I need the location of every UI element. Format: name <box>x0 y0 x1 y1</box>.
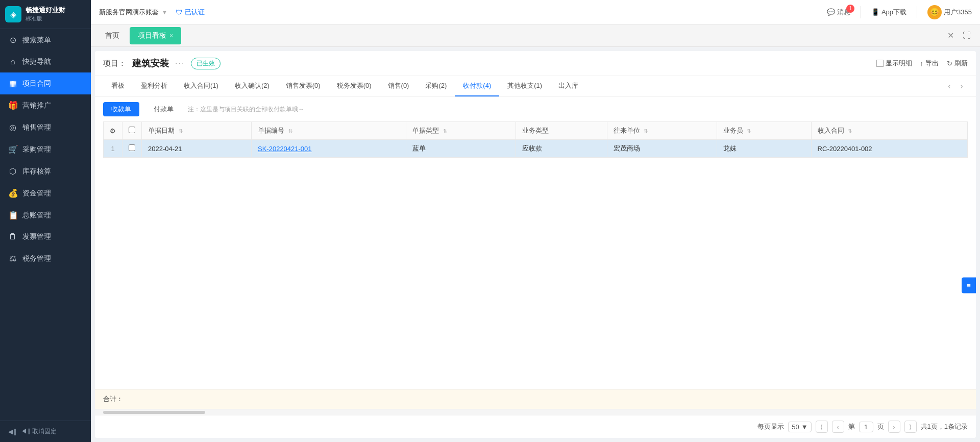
col-income-contract[interactable]: 收入合同 ⇅ <box>811 122 967 140</box>
sidebar-item-label: 采购管理 <box>22 145 51 154</box>
row-partner: 宏茂商场 <box>607 140 717 158</box>
sub-tab-income-contract[interactable]: 收入合同(1) <box>176 76 227 96</box>
sidebar-item-marketing[interactable]: 🎁 营销推广 <box>0 94 91 116</box>
workspace-selector[interactable]: 新服务官网演示账套 ▼ <box>99 8 167 17</box>
show-detail-checkbox[interactable]: 显示明细 <box>876 59 912 68</box>
sidebar-item-inventory[interactable]: ⬡ 库存核算 <box>0 160 91 182</box>
workspace-chevron-icon: ▼ <box>162 9 167 15</box>
project-more-button[interactable]: ··· <box>175 59 185 68</box>
sidebar: ◈ 畅捷通好业财 标准版 ⊙ 搜索菜单 ⌂ 快捷导航 ▦ 项目合同 🎁 营销推广… <box>0 0 91 442</box>
tab-project-board-label: 项目看板 <box>138 31 166 40</box>
maximize-window-button[interactable]: ⛶ <box>960 29 974 43</box>
per-page-value: 50 <box>792 423 799 431</box>
col-biz-type: 业务类型 <box>516 122 607 140</box>
sort-icon2: ⇅ <box>288 128 292 134</box>
sub-tab-profit[interactable]: 盈利分析 <box>133 76 176 96</box>
col-salesperson-label: 业务员 <box>723 127 743 134</box>
col-income-contract-label: 收入合同 <box>818 127 844 134</box>
sidebar-item-quick-nav[interactable]: ⌂ 快捷导航 <box>0 51 91 72</box>
content-area: 项目： 建筑安装 ··· 已生效 显示明细 ↑ 导出 ↻ 刷新 <box>95 51 976 438</box>
col-number[interactable]: 单据编号 ⇅ <box>252 122 406 140</box>
app-name: 畅捷通好业财 <box>26 6 65 15</box>
sub-tab-receipt-payment[interactable]: 收付款(4) <box>455 76 499 96</box>
phone-icon: 📱 <box>871 8 879 16</box>
summary-label: 合计： <box>103 395 123 404</box>
unpin-button[interactable]: ◀‖ ◀‖ 取消固定 <box>0 421 91 442</box>
receipt-tabs: 收款单 付款单 注：这里是与项目关联的全部收付款单哦～ <box>95 97 976 121</box>
tab-close-icon[interactable]: × <box>169 32 173 39</box>
float-panel-button[interactable]: ≡ <box>962 278 976 293</box>
sidebar-item-label: 快捷导航 <box>22 57 51 66</box>
row-checkbox[interactable] <box>129 144 135 151</box>
col-salesperson[interactable]: 业务员 ⇅ <box>717 122 811 140</box>
sidebar-item-project-contract[interactable]: ▦ 项目合同 <box>0 72 91 94</box>
sub-tabs-prev-button[interactable]: ‹ <box>943 80 955 92</box>
refresh-button[interactable]: ↻ 刷新 <box>947 59 968 68</box>
last-page-button[interactable]: ⟩ <box>904 421 917 433</box>
invoice-icon: 🗒 <box>8 232 17 241</box>
sidebar-item-label: 发票管理 <box>22 232 51 241</box>
tab-home[interactable]: 首页 <box>97 27 128 44</box>
app-info: 畅捷通好业财 标准版 <box>26 6 65 22</box>
next-page-button[interactable]: › <box>888 421 900 433</box>
col-type[interactable]: 单据类型 ⇅ <box>406 122 516 140</box>
sidebar-item-ledger-mgmt[interactable]: 📋 总账管理 <box>0 204 91 226</box>
select-all-checkbox[interactable] <box>129 127 135 133</box>
sidebar-item-invoice-mgmt[interactable]: 🗒 发票管理 <box>0 226 91 248</box>
receipt-note: 注：这里是与项目关联的全部收付款单哦～ <box>188 105 304 114</box>
message-icon: 💬 <box>827 8 835 16</box>
row-number-link[interactable]: SK-20220421-001 <box>258 145 312 153</box>
shield-icon: 🛡 <box>176 8 183 16</box>
sidebar-item-purchase-mgmt[interactable]: 🛒 采购管理 <box>0 138 91 160</box>
first-page-button[interactable]: ⟨ <box>816 421 828 433</box>
page-suffix: 页 <box>877 422 884 431</box>
sub-tab-kanban[interactable]: 看板 <box>103 76 133 96</box>
horizontal-scrollbar[interactable] <box>95 409 976 415</box>
sub-tab-inout[interactable]: 出入库 <box>550 76 586 96</box>
data-table: ⚙ 单据日期 ⇅ 单据编号 ⇅ <box>103 121 968 158</box>
sidebar-item-sales-mgmt[interactable]: ◎ 销售管理 <box>0 116 91 138</box>
sidebar-item-label: 项目合同 <box>22 79 51 88</box>
sidebar-item-search[interactable]: ⊙ 搜索菜单 <box>0 29 91 51</box>
scroll-thumb[interactable] <box>103 411 205 414</box>
sub-tab-tax-invoice[interactable]: 税务发票(0) <box>329 76 380 96</box>
payment-tab-button[interactable]: 付款单 <box>145 102 182 116</box>
message-button[interactable]: 💬 消息 1 <box>827 8 850 17</box>
prev-page-button[interactable]: ‹ <box>832 421 844 433</box>
sidebar-item-label: 总账管理 <box>22 211 51 220</box>
sub-tabs-next-button[interactable]: › <box>955 80 968 92</box>
current-page[interactable]: 1 <box>859 422 873 432</box>
sort-icon5: ⇅ <box>747 128 751 134</box>
col-date[interactable]: 单据日期 ⇅ <box>142 122 252 140</box>
col-settings[interactable]: ⚙ <box>104 122 122 140</box>
user-menu[interactable]: 😊 用户3355 <box>927 5 972 19</box>
export-button[interactable]: ↑ 导出 <box>920 59 939 68</box>
close-window-button[interactable]: ✕ <box>943 29 958 43</box>
sidebar-item-tax-mgmt[interactable]: ⚖ 税务管理 <box>0 248 91 269</box>
tab-project-board[interactable]: 项目看板 × <box>130 27 181 44</box>
receipt-tab-button[interactable]: 收款单 <box>103 102 139 116</box>
app-download-button[interactable]: 📱 App下载 <box>871 8 906 17</box>
sub-tab-purchase[interactable]: 采购(2) <box>417 76 455 96</box>
row-number[interactable]: SK-20220421-001 <box>252 140 406 158</box>
sub-tab-sales[interactable]: 销售(0) <box>380 76 418 96</box>
row-income-contract: RC-20220401-002 <box>811 140 967 158</box>
sub-tab-income-confirm[interactable]: 收入确认(2) <box>227 76 278 96</box>
row-type: 蓝单 <box>406 140 516 158</box>
capital-icon: 💰 <box>8 188 17 198</box>
col-partner[interactable]: 往来单位 ⇅ <box>607 122 717 140</box>
sidebar-item-capital-mgmt[interactable]: 💰 资金管理 <box>0 182 91 204</box>
settings-icon: ⚙ <box>110 127 116 135</box>
sort-icon6: ⇅ <box>848 128 852 134</box>
sidebar-nav: ⊙ 搜索菜单 ⌂ 快捷导航 ▦ 项目合同 🎁 营销推广 ◎ 销售管理 🛒 采购管… <box>0 29 91 421</box>
sidebar-item-label: 资金管理 <box>22 189 51 198</box>
unpin-icon: ◀‖ <box>8 428 17 435</box>
per-page-label: 每页显示 <box>757 422 784 431</box>
table-wrapper: ⚙ 单据日期 ⇅ 单据编号 ⇅ <box>95 121 976 389</box>
sidebar-item-label: 销售管理 <box>22 123 51 132</box>
row-date: 2022-04-21 <box>142 140 252 158</box>
sub-tab-other-income[interactable]: 其他收支(1) <box>499 76 550 96</box>
sub-tab-sales-invoice[interactable]: 销售发票(0) <box>278 76 329 96</box>
per-page-select[interactable]: 50 ▼ <box>788 422 811 432</box>
sub-tabs: 看板 盈利分析 收入合同(1) 收入确认(2) 销售发票(0) 税务发票(0) … <box>95 76 976 97</box>
